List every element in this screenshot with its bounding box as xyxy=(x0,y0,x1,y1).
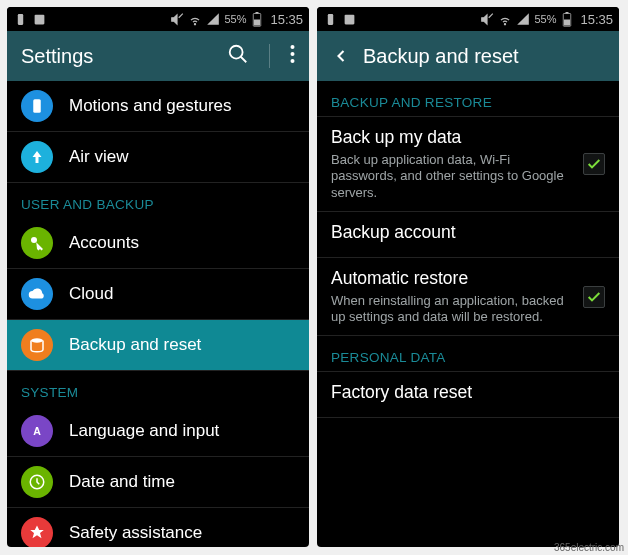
backup-list: BACKUP AND RESTOREBack up my dataBack up… xyxy=(317,81,619,547)
overflow-menu-icon[interactable] xyxy=(290,44,295,69)
airview-icon xyxy=(21,141,53,173)
watermark: 365electric.com xyxy=(554,542,624,553)
svg-rect-23 xyxy=(566,12,569,14)
svg-point-9 xyxy=(291,45,295,49)
page-title: Backup and reset xyxy=(363,45,519,68)
signal-icon xyxy=(206,12,220,26)
item-title: Automatic restore xyxy=(331,268,575,289)
settings-item-safety[interactable]: Safety assistance xyxy=(7,508,309,547)
svg-rect-19 xyxy=(344,14,354,24)
signal-icon xyxy=(516,12,530,26)
settings-item-label: Accounts xyxy=(69,233,139,253)
app-icon xyxy=(342,12,356,26)
svg-point-10 xyxy=(291,52,295,56)
status-time: 15:35 xyxy=(270,12,303,27)
lang-icon: A xyxy=(21,415,53,447)
svg-line-2 xyxy=(179,13,183,17)
settings-item-cloud[interactable]: Cloud xyxy=(7,269,309,319)
phone-icon xyxy=(13,12,27,26)
back-button[interactable] xyxy=(331,46,351,66)
wifi-icon xyxy=(498,12,512,26)
settings-list: Motions and gesturesAir view USER AND BA… xyxy=(7,81,309,547)
checkbox[interactable] xyxy=(583,153,605,175)
backup-icon xyxy=(21,329,53,361)
item-title: Back up my data xyxy=(331,127,575,148)
svg-rect-6 xyxy=(254,19,260,25)
settings-item-label: Date and time xyxy=(69,472,175,492)
svg-point-21 xyxy=(505,23,506,24)
status-bar: 55% 15:35 xyxy=(317,7,619,31)
mute-icon xyxy=(170,12,184,26)
battery-icon xyxy=(560,12,574,26)
item-subtitle: When reinstalling an application, backed… xyxy=(331,293,575,326)
phone-right: 55% 15:35 Backup and reset BACKUP AND RE… xyxy=(317,7,619,547)
page-title: Settings xyxy=(21,45,93,68)
status-time: 15:35 xyxy=(580,12,613,27)
motions-icon xyxy=(21,90,53,122)
svg-rect-0 xyxy=(17,14,22,25)
wifi-icon xyxy=(188,12,202,26)
settings-item-label: Motions and gestures xyxy=(69,96,232,116)
backup-item[interactable]: Back up my dataBack up application data,… xyxy=(317,117,619,211)
svg-point-11 xyxy=(291,59,295,63)
settings-item-motions[interactable]: Motions and gestures xyxy=(7,81,309,131)
svg-rect-1 xyxy=(34,14,44,24)
svg-rect-5 xyxy=(256,12,259,14)
phone-icon xyxy=(323,12,337,26)
settings-item-label: Safety assistance xyxy=(69,523,202,543)
mute-icon xyxy=(480,12,494,26)
svg-line-20 xyxy=(489,13,493,17)
svg-rect-12 xyxy=(33,99,41,113)
svg-point-14 xyxy=(31,338,43,343)
svg-line-8 xyxy=(241,56,247,62)
settings-item-lang[interactable]: ALanguage and input xyxy=(7,406,309,456)
phone-left: 55% 15:35 Settings Motions and gesturesA… xyxy=(7,7,309,547)
section-header: BACKUP AND RESTORE xyxy=(317,81,619,116)
svg-point-7 xyxy=(230,45,243,58)
battery-icon xyxy=(250,12,264,26)
item-subtitle: Back up application data, Wi-Fi password… xyxy=(331,152,575,201)
settings-item-label: Cloud xyxy=(69,284,113,304)
date-icon xyxy=(21,466,53,498)
backup-item[interactable]: Factory data reset xyxy=(317,372,619,417)
settings-item-label: Language and input xyxy=(69,421,219,441)
backup-item[interactable]: Automatic restoreWhen reinstalling an ap… xyxy=(317,258,619,336)
svg-point-13 xyxy=(31,237,37,243)
settings-title-bar: Settings xyxy=(7,31,309,81)
svg-point-3 xyxy=(195,23,196,24)
item-title: Factory data reset xyxy=(331,382,597,403)
section-header: PERSONAL DATA xyxy=(317,336,619,371)
settings-item-backup[interactable]: Backup and reset xyxy=(7,320,309,370)
svg-rect-18 xyxy=(327,14,332,25)
cloud-icon xyxy=(21,278,53,310)
section-header: USER AND BACKUP xyxy=(7,183,309,218)
svg-rect-24 xyxy=(564,19,570,25)
app-icon xyxy=(32,12,46,26)
settings-item-label: Backup and reset xyxy=(69,335,201,355)
battery-percent: 55% xyxy=(534,13,556,25)
divider xyxy=(269,44,270,68)
backup-title-bar: Backup and reset xyxy=(317,31,619,81)
settings-item-key[interactable]: Accounts xyxy=(7,218,309,268)
svg-text:A: A xyxy=(33,425,41,437)
section-header: SYSTEM xyxy=(7,371,309,406)
checkbox[interactable] xyxy=(583,286,605,308)
battery-percent: 55% xyxy=(224,13,246,25)
safety-icon xyxy=(21,517,53,547)
settings-item-airview[interactable]: Air view xyxy=(7,132,309,182)
search-icon[interactable] xyxy=(227,43,249,70)
settings-item-date[interactable]: Date and time xyxy=(7,457,309,507)
item-title: Backup account xyxy=(331,222,597,243)
backup-item[interactable]: Backup account xyxy=(317,212,619,257)
key-icon xyxy=(21,227,53,259)
status-bar: 55% 15:35 xyxy=(7,7,309,31)
settings-item-label: Air view xyxy=(69,147,129,167)
